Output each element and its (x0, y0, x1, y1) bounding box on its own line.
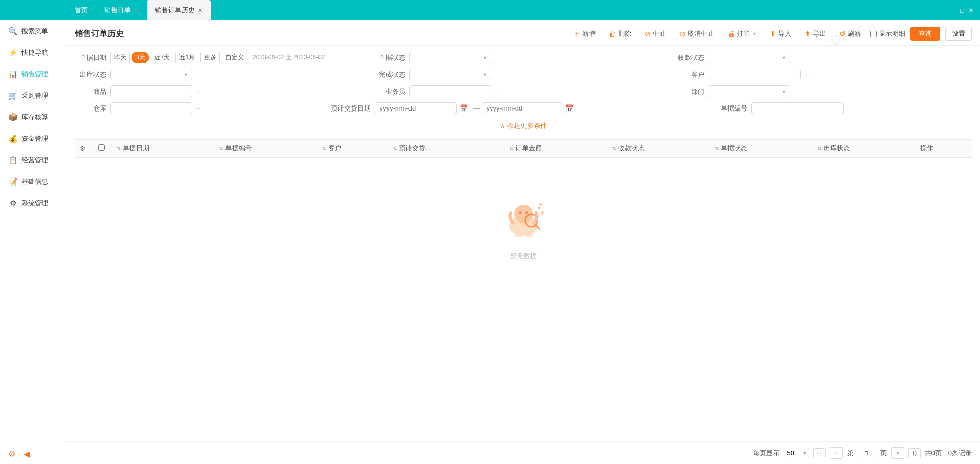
sidebar-item-finance[interactable]: 💰 资金管理 (0, 128, 66, 149)
next-page-btn[interactable]: ＞ (891, 447, 904, 459)
th-settings[interactable]: ⚙ (75, 140, 93, 158)
th-operations: 操作 (915, 140, 972, 158)
payment-status-select[interactable] (709, 52, 790, 63)
query-button[interactable]: 查询 (910, 27, 940, 41)
settings-button[interactable]: 设置 (945, 27, 972, 41)
completion-status-select[interactable] (409, 69, 491, 80)
date-btn-3days[interactable]: 3天 (132, 52, 149, 63)
export-label: 导出 (813, 29, 826, 38)
date-btn-more[interactable]: 更多 (200, 52, 220, 63)
select-all-checkbox[interactable] (98, 144, 105, 151)
cancel-stop-button[interactable]: ⊙ 取消中止 (675, 27, 718, 40)
print-button[interactable]: 🖨 打印 ▼ (723, 27, 761, 40)
page-title: 销售订单历史 (75, 29, 124, 39)
th-delivery[interactable]: ⇅ 预计交货... (388, 140, 504, 158)
first-page-btn[interactable]: ⟨⟨ (813, 448, 826, 458)
table-body: ✦ ✦ ✦ 暂无数据 (75, 158, 972, 296)
add-button[interactable]: ＋ 新增 (569, 27, 600, 40)
sidebar-item-sales[interactable]: 📊 销售管理 (0, 63, 66, 85)
refresh-button[interactable]: ↺ 刷新 (835, 27, 865, 40)
th-date[interactable]: ⇅ 单据日期 (111, 140, 214, 158)
add-icon: ＋ (573, 29, 580, 38)
customer-input[interactable] (709, 69, 801, 80)
sidebar-item-search-label: 搜索菜单 (21, 27, 48, 36)
tab-sales-order-history-close[interactable]: ✕ (198, 7, 202, 14)
salesperson-dots[interactable]: ··· (491, 87, 503, 95)
export-button[interactable]: ⬆ 导出 (801, 27, 830, 40)
product-dots[interactable]: ··· (192, 87, 204, 95)
purchase-icon: 🛒 (8, 91, 17, 100)
sidebar-item-quick-nav-label: 快捷导航 (21, 48, 48, 57)
tab-home[interactable]: 首页 (66, 0, 96, 20)
th-delivery-status-sort-icon: ⇅ (817, 146, 822, 151)
collapse-button[interactable]: ∧ 收起更多条件 (75, 119, 972, 132)
date-btn-custom[interactable]: 自定义 (222, 52, 247, 63)
empty-illustration: ✦ ✦ ✦ (498, 192, 549, 244)
column-settings-icon[interactable]: ⚙ (80, 145, 86, 152)
customer-dots[interactable]: ··· (801, 71, 812, 78)
delivery-status-select[interactable] (110, 69, 192, 80)
import-button[interactable]: ⬇ 导入 (766, 27, 795, 40)
product-input[interactable] (110, 85, 192, 97)
date-btn-yesterday[interactable]: 昨天 (110, 52, 130, 63)
stop-button[interactable]: ⊘ 中止 (641, 27, 670, 40)
prev-page-btn[interactable]: ＜ (830, 447, 843, 459)
order-number-label: 单据编号 (716, 104, 751, 113)
sidebar-item-search[interactable]: 🔍 搜索菜单 (0, 20, 66, 42)
svg-point-6 (514, 232, 522, 237)
th-payment-status[interactable]: ⇅ 收款状态 (607, 140, 710, 158)
delete-button[interactable]: 🗑 删除 (605, 27, 635, 40)
sidebar-item-quick-nav[interactable]: ⚡ 快捷导航 (0, 42, 66, 63)
sidebar-item-inventory-label: 库存核算 (21, 113, 48, 122)
maximize-btn[interactable]: □ (960, 7, 964, 14)
delivery-status-label: 出库状态 (75, 70, 110, 79)
page-size-wrapper: 50 10 20 100 ▼ (784, 448, 809, 458)
th-payment-status-label: 收款状态 (618, 144, 645, 152)
th-amount[interactable]: ⇅ 订单金额 (504, 140, 607, 158)
last-page-btn[interactable]: ⟩⟩ (908, 448, 921, 458)
th-customer[interactable]: ⇅ 客户 (317, 140, 388, 158)
sidebar-item-purchase[interactable]: 🛒 采购管理 (0, 85, 66, 106)
department-select[interactable] (709, 85, 790, 97)
th-checkbox[interactable] (93, 140, 111, 158)
tab-sales-order[interactable]: 销售订单 ✕ (96, 0, 147, 20)
date-btn-7days[interactable]: 近7天 (151, 52, 174, 63)
filter-salesperson-cell: 业务员 ··· (374, 85, 673, 97)
delivery-date-to[interactable] (482, 102, 563, 114)
close-btn[interactable]: ✕ (968, 7, 974, 14)
th-operations-label: 操作 (920, 144, 933, 152)
display-detail-check[interactable]: 显示明细 (870, 29, 905, 38)
page-label-before: 第 (847, 449, 854, 458)
order-status-select[interactable] (409, 52, 491, 63)
sidebar-item-basic-info[interactable]: 📝 基础信息 (0, 171, 66, 192)
collapse-sidebar-icon[interactable]: ◀ (24, 449, 30, 459)
sidebar-item-business[interactable]: 📋 经营管理 (0, 149, 66, 171)
date-btn-1month[interactable]: 近1月 (175, 52, 198, 63)
table-head: ⚙ ⇅ 单据日期 ⇅ 单据编号 (75, 140, 972, 158)
delivery-date-from[interactable] (375, 102, 457, 114)
tab-sales-order-close[interactable]: ✕ (134, 7, 139, 14)
warehouse-dots[interactable]: ··· (192, 104, 204, 112)
th-number[interactable]: ⇅ 单据编号 (214, 140, 317, 158)
order-number-input[interactable] (751, 102, 844, 114)
salesperson-input[interactable] (409, 85, 491, 97)
content-area: 销售订单历史 ＋ 新增 🗑 删除 ⊘ 中止 ⊙ (66, 20, 980, 464)
sidebar-item-system[interactable]: ⚙ 系统管理 (0, 192, 66, 214)
th-delivery-status[interactable]: ⇅ 出库状态 (812, 140, 915, 158)
sidebar-item-purchase-label: 采购管理 (21, 91, 48, 100)
tab-sales-order-history[interactable]: 销售订单历史 ✕ (147, 0, 211, 20)
order-status-select-wrapper (409, 52, 491, 63)
display-detail-checkbox[interactable] (870, 31, 877, 37)
page-number-input[interactable] (858, 448, 876, 458)
warehouse-input[interactable] (110, 102, 192, 114)
empty-text: 暂无数据 (510, 252, 537, 261)
th-customer-label: 客户 (328, 144, 341, 152)
th-order-status[interactable]: ⇅ 单据状态 (710, 140, 812, 158)
settings-bottom-icon[interactable]: ⚙ (8, 449, 15, 459)
stop-label: 中止 (653, 29, 666, 38)
page-size-select[interactable]: 50 10 20 100 (784, 448, 809, 458)
finance-icon: 💰 (8, 134, 17, 143)
filter-product-cell: 商品 ··· (75, 85, 374, 97)
minimize-btn[interactable]: — (949, 7, 956, 14)
sidebar-item-inventory[interactable]: 📦 库存核算 (0, 106, 66, 128)
